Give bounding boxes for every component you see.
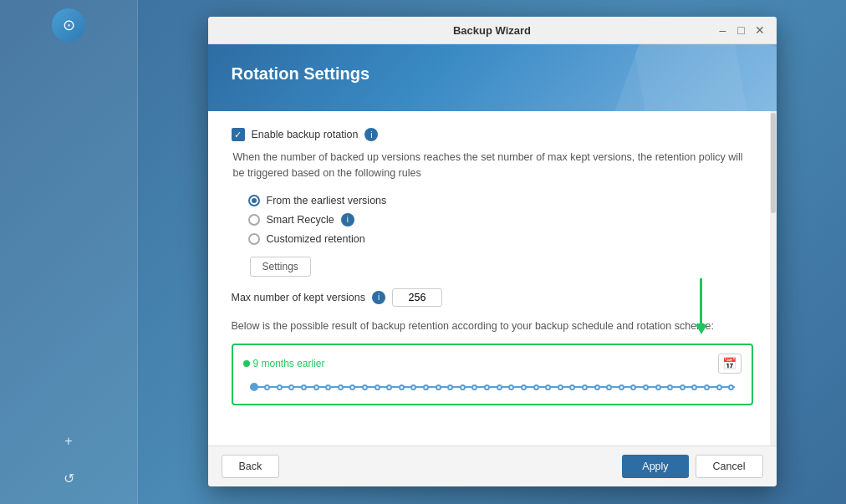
- cancel-button[interactable]: Cancel: [696, 455, 763, 478]
- timeline-node: [558, 384, 563, 390]
- timeline-node: [460, 384, 466, 390]
- timeline-node: [667, 384, 673, 390]
- timeline-node: [655, 384, 661, 390]
- timeline-node: [619, 384, 624, 390]
- timeline-node: [497, 384, 502, 390]
- timeline-track: [243, 379, 742, 395]
- timeline-node: [288, 384, 294, 390]
- radio-earliest-circle[interactable]: [248, 195, 260, 206]
- title-bar: Backup Wizard – □ ✕: [208, 17, 777, 44]
- add-button[interactable]: +: [55, 428, 82, 455]
- content-area: ✓ Enable backup rotation i When the numb…: [208, 111, 777, 445]
- max-versions-input[interactable]: [392, 288, 442, 307]
- radio-smart-circle[interactable]: [248, 214, 260, 226]
- max-versions-row: Max number of kept versions i: [232, 288, 753, 307]
- timeline-node: [569, 384, 575, 390]
- timeline-node: [594, 384, 600, 390]
- timeline-node: [582, 384, 588, 390]
- timeline-node: [325, 384, 331, 390]
- timeline-node: [375, 384, 380, 390]
- below-text: Below is the possible result of backup r…: [232, 318, 753, 334]
- timeline-node: [277, 384, 283, 390]
- window-controls: – □ ✕: [716, 23, 767, 37]
- header-banner: Rotation Settings: [208, 44, 777, 111]
- timeline-node: [399, 384, 405, 390]
- timeline-label: 9 months earlier: [243, 358, 325, 369]
- dialog-title: Backup Wizard: [268, 24, 716, 37]
- timeline-node: [362, 384, 368, 390]
- radio-custom-label: Customized retention: [267, 233, 365, 245]
- footer: Back Apply Cancel: [208, 445, 777, 486]
- timeline-dots: [250, 383, 735, 391]
- timeline-node: [301, 384, 307, 390]
- green-arrow: [696, 278, 707, 334]
- radio-earliest[interactable]: From the earliest versions: [248, 195, 753, 206]
- timeline-node: [423, 384, 429, 390]
- timeline-node: [521, 384, 527, 390]
- arrow-head: [696, 324, 707, 334]
- timeline-node: [545, 384, 551, 390]
- timeline-node: [264, 384, 270, 390]
- radio-group: From the earliest versions Smart Recycle…: [232, 195, 753, 245]
- timeline-container: 9 months earlier 📅: [232, 344, 753, 405]
- enable-rotation-row: ✓ Enable backup rotation i: [232, 128, 753, 141]
- max-versions-info-icon[interactable]: i: [372, 291, 385, 304]
- scroll-thumb: [771, 113, 776, 213]
- window-area: Backup Wizard – □ ✕ Rotation Settings: [138, 8, 846, 504]
- timeline-node: [349, 384, 355, 390]
- timeline-dot: [243, 360, 250, 367]
- radio-smart-label: Smart Recycle: [267, 214, 334, 226]
- radio-smart[interactable]: Smart Recycle i: [248, 213, 753, 227]
- description-text: When the number of backed up versions re…: [232, 150, 753, 181]
- radio-custom[interactable]: Customized retention: [248, 233, 753, 245]
- calendar-button[interactable]: 📅: [718, 354, 742, 374]
- history-button[interactable]: ↺: [55, 465, 82, 491]
- close-button[interactable]: ✕: [753, 23, 767, 37]
- timeline-node-end: [728, 384, 734, 390]
- timeline-node: [691, 384, 697, 390]
- timeline-node: [484, 384, 490, 390]
- taskbar: ⊙ + ↺: [0, 0, 138, 504]
- timeline-node: [447, 384, 453, 390]
- timeline-node: [533, 384, 539, 390]
- timeline-node: [313, 384, 319, 390]
- arrow-shaft: [700, 278, 702, 324]
- timeline-node-start: [250, 383, 258, 391]
- timeline-node: [606, 384, 612, 390]
- timeline-node: [471, 384, 477, 390]
- timeline-node: [716, 384, 722, 390]
- timeline-node: [704, 384, 710, 390]
- apply-button[interactable]: Apply: [622, 455, 688, 478]
- timeline-node: [338, 384, 344, 390]
- scrollbar[interactable]: [770, 111, 777, 445]
- enable-rotation-checkbox[interactable]: ✓: [232, 128, 245, 141]
- backup-wizard-dialog: Backup Wizard – □ ✕ Rotation Settings: [208, 17, 777, 486]
- back-button[interactable]: Back: [222, 455, 280, 478]
- minimize-button[interactable]: –: [716, 23, 730, 37]
- smart-recycle-info-icon[interactable]: i: [341, 213, 354, 227]
- settings-button[interactable]: Settings: [250, 257, 311, 277]
- timeline-node: [410, 384, 416, 390]
- timeline-node: [680, 384, 685, 390]
- timeline-header: 9 months earlier 📅: [243, 354, 742, 374]
- enable-rotation-label: Enable backup rotation: [252, 129, 359, 140]
- timeline-node: [630, 384, 636, 390]
- app-logo[interactable]: ⊙: [52, 8, 85, 42]
- timeline-node: [508, 384, 514, 390]
- timeline-node: [436, 384, 441, 390]
- maximize-button[interactable]: □: [735, 23, 748, 37]
- timeline-node: [386, 384, 392, 390]
- timeline-node: [643, 384, 649, 390]
- footer-right: Apply Cancel: [622, 455, 762, 478]
- radio-earliest-label: From the earliest versions: [267, 195, 387, 206]
- desktop: ⊙ + ↺ Backup Wizard – □ ✕: [0, 0, 846, 504]
- enable-rotation-info-icon[interactable]: i: [364, 128, 378, 141]
- radio-custom-circle[interactable]: [248, 233, 260, 245]
- max-versions-label: Max number of kept versions: [232, 292, 366, 303]
- page-title: Rotation Settings: [232, 64, 753, 84]
